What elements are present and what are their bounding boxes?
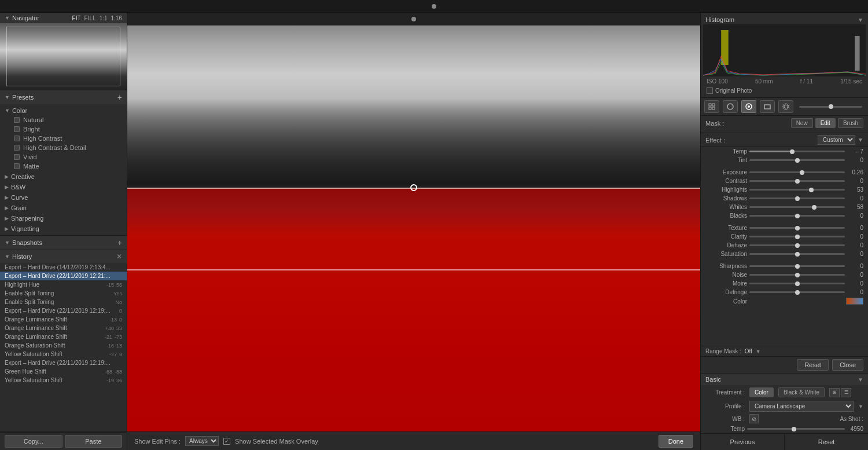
adj-slider-shadows[interactable]: [749, 197, 845, 199]
mask-brush-button[interactable]: Brush: [838, 118, 863, 128]
history-item-0[interactable]: Export – Hard Drive (14/12/2019 2:13:4..…: [0, 263, 127, 272]
history-header[interactable]: ▼ History ✕: [0, 250, 127, 263]
navigator-header[interactable]: ▼ Navigator FIT FILL 1:1 1:16: [0, 13, 127, 23]
nav-zoom-fill[interactable]: FILL: [84, 15, 96, 21]
profile-icon-grid[interactable]: ⊞: [829, 388, 840, 397]
tool-circle-lg-button[interactable]: [778, 100, 793, 113]
history-item-3[interactable]: Enable Split Toning Yes: [0, 289, 127, 298]
adj-slider-clarity[interactable]: [749, 236, 845, 237]
preset-item-high-contrast[interactable]: High Contrast: [0, 134, 127, 143]
history-item-8[interactable]: Orange Luminance Shift -21-73: [0, 332, 127, 341]
history-item-11[interactable]: Export – Hard Drive (22/11/2019 12:19:..…: [0, 358, 127, 367]
history-item-10[interactable]: Yellow Saturation Shift -279: [0, 350, 127, 358]
history-item-5[interactable]: Export – Hard Drive (22/11/2019 12:19:..…: [0, 306, 127, 315]
tool-slider-track[interactable]: [799, 106, 862, 108]
adj-slider-saturation[interactable]: [749, 253, 845, 255]
adj-slider-exposure[interactable]: [749, 171, 845, 173]
adj-slider-sharpness[interactable]: [749, 265, 845, 267]
reset-button[interactable]: Reset: [797, 359, 829, 371]
tool-rect-button[interactable]: [760, 100, 775, 113]
histogram-options[interactable]: ▼: [858, 17, 863, 23]
done-button[interactable]: Done: [659, 435, 693, 448]
bw-group-label: B&W: [11, 184, 25, 191]
adj-slider-blacks[interactable]: [749, 215, 845, 217]
svg-rect-2: [709, 104, 711, 106]
edit-pins-select[interactable]: Always Never: [185, 436, 219, 446]
preset-item-high-contrast-detail[interactable]: High Contrast & Detail: [0, 143, 127, 152]
profile-icon-list[interactable]: ☰: [841, 388, 851, 397]
tool-grid-button[interactable]: [704, 100, 719, 113]
history-item-12[interactable]: Green Hue Shift -68-88: [0, 367, 127, 376]
treatment-bw-button[interactable]: Black & White: [778, 387, 825, 397]
adj-slider-contrast[interactable]: [749, 180, 845, 182]
tool-dot-circle-button[interactable]: [741, 100, 756, 113]
paste-button[interactable]: Paste: [65, 435, 123, 448]
previous-button[interactable]: Previous: [701, 434, 785, 450]
nav-zoom-1-1[interactable]: 1:1: [100, 15, 108, 21]
profile-select[interactable]: Camera Landscape: [749, 401, 854, 412]
canvas-image-container[interactable]: [127, 25, 700, 431]
close-button[interactable]: Close: [832, 359, 863, 371]
snapshots-add-button[interactable]: +: [117, 238, 122, 247]
preset-group-color-header[interactable]: ▼ Color: [0, 106, 127, 115]
histogram-header: Histogram ▼: [703, 15, 866, 24]
adj-slider-texture[interactable]: [749, 227, 845, 229]
mask-overlay-checkbox[interactable]: ✓: [223, 438, 230, 445]
adj-label-temp-basic: Temp: [705, 426, 745, 432]
history-item-6[interactable]: Orange Luminance Shift -130: [0, 315, 127, 324]
history-item-9[interactable]: Orange Saturation Shift -1613: [0, 341, 127, 350]
effect-select[interactable]: Custom: [818, 135, 855, 145]
preset-item-natural[interactable]: Natural: [0, 115, 127, 125]
svg-point-8: [748, 105, 750, 108]
preset-item-vivid[interactable]: Vivid: [0, 152, 127, 162]
presets-add-button[interactable]: +: [117, 93, 122, 102]
adj-value-shadows: 0: [847, 195, 863, 202]
snapshots-header[interactable]: ▼ Snapshots +: [0, 236, 127, 250]
reset-nav-button[interactable]: Reset: [785, 434, 868, 450]
range-mask-arrow[interactable]: ▼: [756, 349, 761, 354]
history-close-button[interactable]: ✕: [116, 253, 122, 261]
preset-group-curve-header[interactable]: ▶ Curve: [0, 193, 127, 202]
history-item-4[interactable]: Enable Split Toning No: [0, 298, 127, 306]
history-item-2[interactable]: Highlight Hue -1556: [0, 280, 127, 289]
presets-header[interactable]: ▼ Presets +: [0, 90, 127, 104]
adj-label-exposure: Exposure: [705, 169, 747, 175]
copy-button[interactable]: Copy...: [5, 435, 62, 448]
adj-slider-highlights[interactable]: [749, 189, 845, 191]
nav-zoom-fit[interactable]: FIT: [72, 15, 81, 21]
mask-new-button[interactable]: New: [791, 118, 813, 128]
grain-group-label: Grain: [11, 204, 27, 211]
adj-row-shadows: Shadows 0: [701, 194, 868, 203]
mask-edit-button[interactable]: Edit: [815, 118, 836, 128]
adj-value-moire: 0: [847, 280, 863, 287]
adj-slider-moire[interactable]: [749, 283, 845, 284]
original-photo-checkbox[interactable]: [707, 87, 713, 94]
preset-group-vignetting-header[interactable]: ▶ Vignetting: [0, 224, 127, 233]
history-item-7[interactable]: Orange Luminance Shift +4033: [0, 324, 127, 332]
history-title: History: [12, 253, 32, 260]
preset-group-grain-header[interactable]: ▶ Grain: [0, 203, 127, 213]
adj-slider-tint[interactable]: [749, 159, 845, 161]
tool-circle-button[interactable]: [723, 100, 738, 113]
mask-center-dot[interactable]: [410, 184, 417, 191]
preset-group-creative-header[interactable]: ▶ Creative: [0, 172, 127, 181]
history-item-13[interactable]: Yellow Saturation Shift -1936: [0, 376, 127, 385]
preset-item-bright[interactable]: Bright: [0, 125, 127, 134]
adj-slider-defringe[interactable]: [749, 291, 845, 293]
basic-section-header[interactable]: Basic ▼: [701, 373, 868, 385]
adj-slider-whites[interactable]: [749, 206, 845, 208]
adj-slider-dehaze[interactable]: [749, 244, 845, 246]
color-chip[interactable]: [846, 298, 863, 305]
wb-eyedropper[interactable]: ⊘: [749, 414, 759, 423]
creative-group-arrow: ▶: [5, 174, 9, 180]
nav-zoom-1-16[interactable]: 1:16: [111, 15, 122, 21]
treatment-color-button[interactable]: Color: [749, 387, 774, 397]
adj-row-defringe: Defringe 0: [701, 288, 868, 297]
adj-slider-noise[interactable]: [749, 274, 845, 276]
preset-group-bw-header[interactable]: ▶ B&W: [0, 182, 127, 192]
preset-item-matte[interactable]: Matte: [0, 162, 127, 171]
history-item-1[interactable]: Export – Hard Drive (22/11/2019 12:21:..…: [0, 272, 127, 280]
adj-slider-temp[interactable]: [749, 151, 845, 152]
preset-group-sharpening-header[interactable]: ▶ Sharpening: [0, 214, 127, 223]
adj-slider-temp-basic[interactable]: [747, 428, 845, 430]
